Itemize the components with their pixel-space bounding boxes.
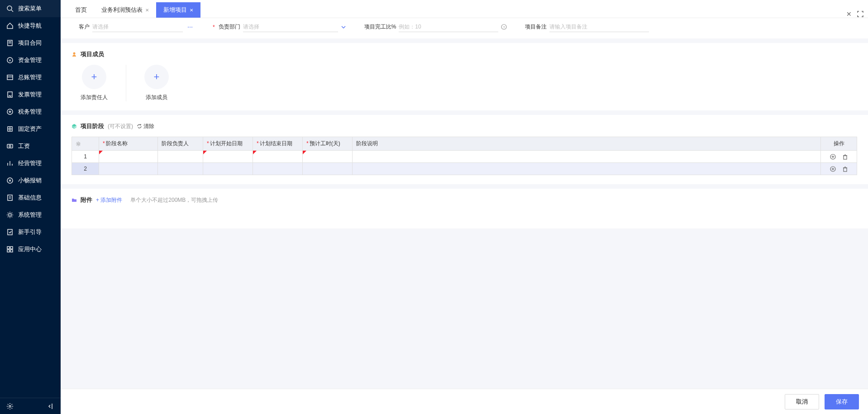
col-end-date: 计划结束日期 <box>253 137 303 151</box>
person-icon <box>72 52 77 57</box>
home-icon <box>6 22 14 29</box>
system-icon <box>6 211 14 219</box>
cancel-button[interactable]: 取消 <box>785 394 819 409</box>
save-button[interactable]: 保存 <box>825 394 859 409</box>
close-panel-icon[interactable]: ✕ <box>846 10 852 18</box>
table-row[interactable]: 2 <box>72 163 857 175</box>
delete-row-icon[interactable] <box>842 166 848 172</box>
svg-rect-21 <box>8 229 12 235</box>
settings-icon[interactable] <box>6 403 14 410</box>
attach-hint: 单个大小不超过200MB，可拖拽上传 <box>130 196 218 204</box>
tab-profit-estimate[interactable]: 业务利润预估表 ✕ <box>94 2 156 18</box>
sidebar-item-label: 新手引导 <box>18 228 42 236</box>
section-header-stages: 项目阶段 (可不设置) 清除 <box>72 122 857 130</box>
cell-end-date[interactable] <box>253 151 303 163</box>
add-member[interactable]: + 添加成员 <box>144 65 169 101</box>
footer: 取消 保存 <box>61 389 868 414</box>
sidebar-item-label: 资金管理 <box>18 56 42 64</box>
more-icon[interactable]: ⋯ <box>186 24 195 30</box>
row-index: 1 <box>72 151 99 163</box>
close-icon[interactable]: ✕ <box>190 8 193 13</box>
sidebar-items: 搜索菜单 快捷导航 项目合同 ¥ 资金管理 总账管理 <box>0 0 61 398</box>
sidebar-item-label: 小畅报销 <box>18 176 42 185</box>
completion-pct-label: 项目完工比% <box>364 23 396 31</box>
clear-stages[interactable]: 清除 <box>137 123 154 130</box>
cell-end-date[interactable] <box>253 163 303 175</box>
plus-icon[interactable]: + <box>144 65 169 89</box>
sidebar-item-asset[interactable]: 固定资产 <box>0 120 61 138</box>
cell-stage-owner[interactable] <box>158 163 203 175</box>
cell-stage-owner[interactable] <box>158 151 203 163</box>
sidebar-item-quicknav[interactable]: 快捷导航 <box>0 17 61 34</box>
plus-icon[interactable]: + <box>82 65 106 89</box>
chevron-down-icon[interactable] <box>341 24 346 30</box>
sidebar-item-guide[interactable]: 新手引导 <box>0 224 61 241</box>
col-desc: 阶段说明 <box>353 137 821 151</box>
cell-desc[interactable] <box>353 163 821 175</box>
fullscreen-icon[interactable] <box>857 11 863 17</box>
cell-hours[interactable] <box>303 151 353 163</box>
sidebar-item-ledger[interactable]: 总账管理 <box>0 69 61 86</box>
cell-stage-name[interactable] <box>99 151 158 163</box>
doc-icon <box>6 39 14 47</box>
stages-subtitle: (可不设置) <box>108 123 133 130</box>
svg-rect-38 <box>844 156 847 159</box>
sidebar-item-label: 搜索菜单 <box>18 5 42 13</box>
add-owner[interactable]: + 添加责任人 <box>81 65 108 101</box>
field-remark: 项目备注 <box>525 22 649 32</box>
customer-input[interactable] <box>92 22 183 32</box>
clear-label: 清除 <box>143 123 154 130</box>
add-member-label: 添加成员 <box>146 94 167 101</box>
collapse-sidebar-icon[interactable] <box>47 403 54 410</box>
table-row[interactable]: 1 <box>72 151 857 163</box>
close-icon[interactable]: ✕ <box>145 8 149 13</box>
sidebar-item-invoice[interactable]: 发票管理 <box>0 86 61 103</box>
sidebar: 搜索菜单 快捷导航 项目合同 ¥ 资金管理 总账管理 <box>0 0 61 414</box>
cell-start-date[interactable] <box>203 151 253 163</box>
tab-home[interactable]: 首页 <box>68 2 94 18</box>
section-attachments: 附件 + 添加附件 单个大小不超过200MB，可拖拽上传 <box>61 189 868 228</box>
sidebar-item-app[interactable]: 应用中心 <box>0 241 61 258</box>
sidebar-item-system[interactable]: 系统管理 <box>0 206 61 224</box>
sidebar-item-reimburse[interactable]: 小畅报销 <box>0 172 61 189</box>
sidebar-item-label: 基础信息 <box>18 194 42 202</box>
sidebar-item-info[interactable]: 基础信息 <box>0 189 61 206</box>
sidebar-item-contract[interactable]: 项目合同 <box>0 34 61 52</box>
sidebar-item-salary[interactable]: 工资 <box>0 138 61 155</box>
add-owner-label: 添加责任人 <box>81 94 108 101</box>
svg-rect-7 <box>7 75 13 80</box>
help-icon[interactable]: ? <box>501 24 507 30</box>
department-input[interactable] <box>243 22 338 32</box>
members-list: + 添加责任人 + 添加成员 <box>72 65 857 101</box>
add-row-icon[interactable] <box>830 166 836 172</box>
tab-new-project[interactable]: 新增项目 ✕ <box>156 2 200 18</box>
section-header-attach: 附件 + 添加附件 单个大小不超过200MB，可拖拽上传 <box>72 196 857 204</box>
required-mark: * <box>213 24 215 30</box>
cell-start-date[interactable] <box>203 163 253 175</box>
folder-icon <box>72 197 77 203</box>
svg-rect-23 <box>10 247 13 249</box>
sidebar-item-search[interactable]: 搜索菜单 <box>0 0 61 17</box>
add-row-icon[interactable] <box>830 154 836 160</box>
app-icon <box>6 246 14 253</box>
sidebar-item-funds[interactable]: ¥ 资金管理 <box>0 52 61 69</box>
sidebar-item-tax[interactable]: 税务管理 <box>0 103 61 120</box>
svg-text:?: ? <box>503 25 506 29</box>
remark-input[interactable] <box>549 22 649 32</box>
gear-column-header[interactable] <box>72 137 99 151</box>
sidebar-item-manage[interactable]: 经营管理 <box>0 155 61 172</box>
completion-pct-input[interactable] <box>399 22 498 32</box>
add-attachment-link[interactable]: + 添加附件 <box>96 196 122 204</box>
guide-icon <box>6 228 14 236</box>
cell-stage-name[interactable] <box>99 163 158 175</box>
field-department: * 负责部门 <box>213 22 346 32</box>
svg-line-1 <box>11 10 13 12</box>
cell-hours[interactable] <box>303 163 353 175</box>
attach-title: 附件 <box>81 196 92 204</box>
cell-desc[interactable] <box>353 151 821 163</box>
form-strip: 客户 ⋯ * 负责部门 项目完工比% ? 项目备注 <box>61 18 868 38</box>
cell-op <box>821 163 857 175</box>
sidebar-footer <box>0 398 61 414</box>
delete-row-icon[interactable] <box>842 154 848 160</box>
field-completion-pct: 项目完工比% ? <box>364 22 507 32</box>
